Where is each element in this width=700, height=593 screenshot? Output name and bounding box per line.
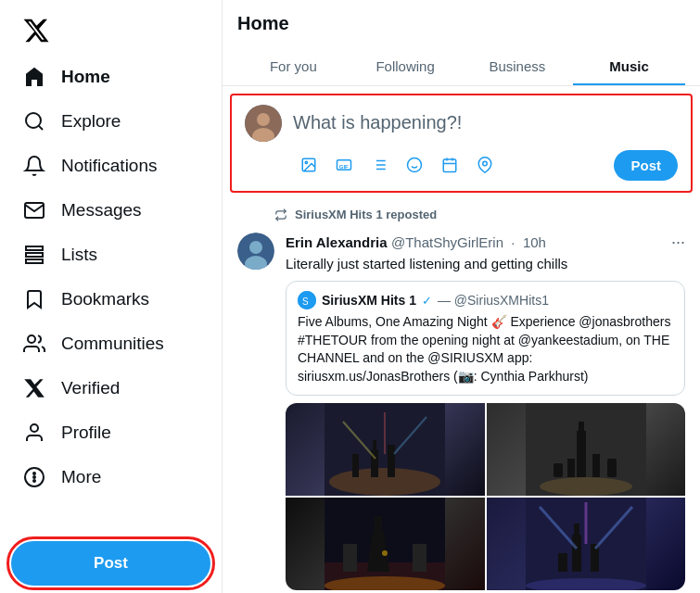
tweet-handle: @ThatShyGirlErin · 10h — [391, 234, 546, 250]
svg-rect-63 — [572, 535, 581, 572]
main-content: Home For you Following Business Music — [223, 0, 700, 593]
svg-point-9 — [33, 480, 35, 482]
x-logo[interactable] — [11, 7, 210, 52]
emoji-icon[interactable] — [399, 149, 430, 181]
mail-icon — [22, 198, 46, 222]
sidebar-item-profile[interactable]: Profile — [11, 411, 210, 454]
sidebar-item-communities-label: Communities — [61, 334, 164, 354]
svg-point-4 — [28, 335, 35, 343]
compose-top: What is happening?! — [245, 105, 678, 142]
svg-rect-49 — [567, 459, 575, 477]
svg-rect-41 — [352, 454, 359, 477]
photo-4[interactable] — [487, 498, 686, 590]
sidebar-item-lists-label: Lists — [61, 245, 97, 265]
sidebar-item-lists[interactable]: Lists — [11, 233, 210, 276]
svg-point-0 — [26, 113, 41, 128]
quoted-tweet[interactable]: S SiriusXM Hits 1 ✓ — @SiriusXMHits1 Fiv… — [286, 281, 685, 396]
poll-icon[interactable] — [363, 149, 395, 181]
svg-rect-51 — [554, 463, 563, 477]
svg-rect-3 — [26, 259, 43, 263]
tweet-text: Literally just started listening and get… — [286, 254, 685, 273]
svg-rect-39 — [373, 440, 376, 451]
svg-rect-2 — [26, 253, 43, 257]
quoted-author: S SiriusXM Hits 1 ✓ — @SiriusXMHits1 — [298, 291, 673, 309]
sidebar-item-notifications-label: Notifications — [61, 156, 158, 176]
compose-post-button[interactable]: Post — [614, 150, 678, 181]
concert-image-2 — [526, 403, 646, 496]
sidebar-item-more-label: More — [61, 467, 101, 487]
repost-label: SiriusXM Hits 1 reposted — [223, 200, 700, 221]
svg-point-46 — [540, 477, 632, 496]
compose-placeholder[interactable]: What is happening?! — [293, 105, 678, 133]
svg-point-32 — [249, 241, 262, 254]
svg-text:S: S — [302, 296, 309, 307]
sidebar-item-verified[interactable]: Verified — [11, 367, 210, 410]
concert-image-3 — [325, 498, 445, 590]
tab-music[interactable]: Music — [573, 45, 685, 85]
search-icon — [22, 109, 46, 133]
more-icon — [22, 465, 46, 489]
compose-actions: GIF Post — [245, 149, 678, 181]
tabs-bar: For you Following Business Music — [237, 45, 685, 85]
svg-point-11 — [257, 113, 270, 126]
tweet: Erin Alexandria @ThatShyGirlErin · 10h ·… — [223, 221, 700, 593]
quoted-text: Five Albums, One Amazing Night 🎸 Experie… — [298, 313, 673, 385]
svg-rect-58 — [343, 544, 357, 572]
photo-2[interactable] — [487, 403, 686, 496]
sidebar-nav: Home Explore Notifications Messages — [11, 56, 210, 534]
image-icon[interactable] — [293, 149, 325, 181]
tweet-more-button[interactable]: ··· — [671, 233, 685, 252]
sidebar-post-button[interactable]: Post — [11, 541, 210, 586]
sidebar: Home Explore Notifications Messages — [0, 0, 223, 593]
home-icon — [22, 65, 46, 89]
sidebar-item-home[interactable]: Home — [11, 56, 210, 98]
sidebar-item-notifications[interactable]: Notifications — [11, 145, 210, 187]
feed: What is happening?! GIF — [223, 86, 700, 593]
sidebar-item-bookmarks-label: Bookmarks — [61, 289, 149, 309]
compose-icons: GIF — [293, 149, 501, 181]
svg-rect-52 — [607, 459, 617, 477]
tab-following[interactable]: Following — [350, 45, 462, 85]
svg-rect-50 — [592, 454, 600, 477]
verified-badge: ✓ — [422, 294, 432, 308]
sidebar-item-profile-label: Profile — [61, 423, 111, 443]
tweet-meta: Erin Alexandria @ThatShyGirlErin · 10h ·… — [286, 233, 685, 252]
gif-icon[interactable]: GIF — [328, 149, 360, 181]
svg-rect-26 — [443, 159, 456, 172]
sidebar-item-explore[interactable]: Explore — [11, 100, 210, 143]
schedule-icon[interactable] — [434, 149, 465, 181]
svg-rect-48 — [579, 422, 584, 435]
photo-3[interactable] — [286, 498, 485, 590]
main-header: Home For you Following Business Music — [223, 0, 700, 86]
compose-box: What is happening?! GIF — [230, 94, 693, 193]
svg-rect-40 — [388, 445, 395, 477]
quoted-author-name: SiriusXM Hits 1 — [322, 293, 416, 308]
svg-rect-64 — [574, 524, 579, 537]
sidebar-item-messages[interactable]: Messages — [11, 189, 210, 232]
concert-image-1 — [325, 403, 445, 496]
sidebar-item-verified-label: Verified — [61, 378, 120, 398]
photo-1[interactable] — [286, 403, 485, 496]
tweet-author: Erin Alexandria — [286, 234, 387, 250]
tweet-top: Erin Alexandria @ThatShyGirlErin · 10h ·… — [237, 233, 685, 590]
tab-for-you[interactable]: For you — [237, 45, 350, 85]
sidebar-item-bookmarks[interactable]: Bookmarks — [11, 278, 210, 321]
svg-rect-1 — [26, 246, 43, 250]
svg-text:GIF: GIF — [339, 164, 349, 170]
page-title: Home — [237, 13, 685, 34]
lists-icon — [22, 243, 46, 267]
tab-business[interactable]: Business — [462, 45, 574, 85]
verified-icon — [22, 376, 46, 400]
sidebar-item-more[interactable]: More — [11, 456, 210, 498]
location-icon[interactable] — [469, 149, 501, 181]
photo-grid — [286, 403, 685, 590]
sidebar-item-explore-label: Explore — [61, 111, 121, 132]
repost-label-text: SiriusXM Hits 1 reposted — [295, 208, 437, 221]
quoted-handle: — @SiriusXMHits1 — [438, 293, 549, 308]
svg-point-7 — [33, 473, 35, 474]
sidebar-item-communities[interactable]: Communities — [11, 322, 210, 365]
profile-icon — [22, 421, 46, 445]
sidebar-item-messages-label: Messages — [61, 200, 142, 221]
avatar — [245, 105, 282, 142]
svg-rect-47 — [577, 431, 586, 477]
